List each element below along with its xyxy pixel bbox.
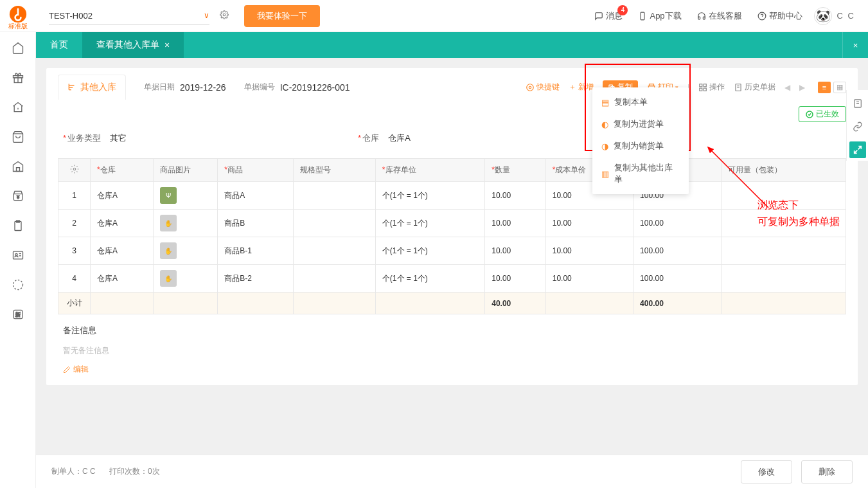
col-available: 可用量（包装） [721, 159, 846, 182]
col-warehouse: *仓库 [91, 159, 154, 182]
svg-point-15 [15, 254, 17, 256]
rail-note-icon[interactable] [849, 95, 866, 112]
nav-clipboard-icon[interactable] [11, 219, 25, 233]
close-all-tabs-icon[interactable]: × [842, 32, 868, 58]
prev-icon[interactable]: ◀ [784, 83, 790, 92]
edit-remarks-link[interactable]: 编辑 [63, 364, 841, 375]
svg-point-1 [223, 14, 226, 16]
table-row[interactable]: 2仓库A✋商品B个(1个 = 1个)10.0010.00100.00 [58, 210, 846, 237]
copy-this-doc[interactable]: ▤复制本单 [592, 91, 689, 113]
table-row[interactable]: 4仓库A✋商品B-2个(1个 = 1个)10.0010.00100.00 [58, 265, 846, 293]
col-unit: *库存单位 [375, 159, 484, 182]
svg-point-40 [73, 168, 76, 170]
modify-button[interactable]: 修改 [741, 460, 792, 483]
top-header: 标准版 TEST-H002 ∨ 我要体验一下 消息 4 App下载 在线客服 帮… [0, 0, 868, 32]
logo-label: 标准版 [8, 23, 28, 30]
sales-icon: ◑ [601, 141, 608, 151]
tab-home[interactable]: 首页 [36, 32, 82, 58]
delete-button[interactable]: 删除 [801, 460, 853, 483]
nav-refresh-icon[interactable] [11, 278, 25, 292]
field-biz-type: *业务类型 其它 [63, 132, 127, 144]
copy-as-purchase[interactable]: ◐复制为进货单 [592, 113, 689, 135]
product-thumb: ✋ [160, 270, 177, 287]
tabs-bar: 首页 查看其他入库单 × × [36, 32, 868, 58]
col-product: *商品 [218, 159, 294, 182]
table-row[interactable]: 1仓库AΨ商品A个(1个 = 1个)10.0010.00100.00 [58, 182, 846, 210]
tenant-selector[interactable]: TEST-H002 ∨ [49, 7, 209, 25]
inbound-icon [67, 82, 76, 93]
date-label: 单据日期 [144, 82, 175, 93]
remarks-empty: 暂无备注信息 [63, 345, 841, 356]
logo-icon [9, 5, 27, 23]
svg-rect-34 [700, 88, 702, 91]
svg-rect-33 [704, 84, 706, 86]
col-image: 商品图片 [154, 159, 218, 182]
svg-point-18 [13, 280, 22, 290]
svg-point-25 [529, 86, 531, 89]
operate-button[interactable]: 操作 [698, 82, 725, 93]
nav-id-icon[interactable] [11, 248, 25, 262]
add-button[interactable]: ＋新增 [569, 82, 594, 93]
copy-as-other-out[interactable]: ▥复制为其他出库单 [592, 157, 689, 190]
close-tab-icon[interactable]: × [164, 40, 170, 50]
date-value: 2019-12-26 [180, 82, 226, 93]
settings-icon[interactable] [220, 10, 229, 21]
subtotal-row: 小计40.00400.00 [58, 293, 846, 314]
creator-label: 制单人： [51, 467, 82, 476]
svg-rect-32 [700, 84, 702, 86]
side-nav: ¥ 新 [0, 32, 36, 488]
history-button[interactable]: 历史单据 [734, 82, 775, 93]
purchase-icon: ◐ [601, 120, 608, 129]
table-row[interactable]: 3仓库A✋商品B-1个(1个 = 1个)10.0010.00100.00 [58, 237, 846, 265]
items-table: *仓库 商品图片 *商品 规格型号 *库存单位 *数量 *成本单价 *成本金额 … [58, 158, 846, 314]
nav-house-icon[interactable] [11, 100, 25, 114]
message-icon [594, 12, 603, 21]
rail-link-icon[interactable] [849, 118, 866, 135]
messages-badge: 4 [617, 5, 628, 15]
docno-label: 单据编号 [244, 82, 275, 93]
edit-icon [63, 366, 71, 374]
nav-money-icon[interactable]: ¥ [11, 189, 25, 203]
docno-value: IC-20191226-001 [280, 82, 350, 93]
nav-gift-icon[interactable] [11, 71, 25, 85]
check-icon [806, 111, 813, 118]
grid-view-icon[interactable]: ▦ [833, 82, 846, 93]
help-icon [757, 12, 766, 21]
nav-warehouse-icon[interactable] [11, 159, 25, 174]
copy-as-sales[interactable]: ◑复制为销货单 [592, 135, 689, 157]
list-view-icon[interactable]: ≡ [818, 82, 831, 93]
user-name: C C [837, 11, 855, 21]
headset-icon [697, 12, 706, 21]
nav-new-icon[interactable]: 新 [11, 307, 25, 321]
col-config-icon[interactable] [58, 159, 91, 182]
help-link[interactable]: 帮助中心 [757, 10, 802, 22]
annotation-text: 浏览态下 可复制为多种单据 [757, 197, 840, 230]
outbound-icon: ▥ [601, 169, 609, 179]
app-download-link[interactable]: App下载 [638, 10, 681, 22]
messages-link[interactable]: 消息 4 [594, 10, 623, 22]
product-thumb: ✋ [160, 215, 177, 231]
page-header: 其他入库 单据日期 2019-12-26 单据编号 IC-20191226-00… [46, 68, 858, 100]
copy-icon: ▤ [601, 98, 609, 107]
support-link[interactable]: 在线客服 [697, 10, 742, 22]
svg-text:¥: ¥ [17, 195, 19, 199]
try-button[interactable]: 我要体验一下 [244, 5, 320, 27]
field-warehouse: *仓库 仓库A [358, 132, 411, 144]
copy-dropdown: ▤复制本单 ◐复制为进货单 ◑复制为销货单 ▥复制为其他出库单 [592, 87, 689, 194]
svg-rect-10 [16, 168, 19, 172]
next-icon[interactable]: ▶ [799, 83, 805, 92]
logo[interactable]: 标准版 [0, 3, 36, 30]
print-count-value: 0次 [148, 467, 160, 476]
footer-bar: 制单人：C C 打印次数：0次 修改 删除 [36, 455, 868, 488]
col-spec: 规格型号 [294, 159, 376, 182]
nav-home-icon[interactable] [11, 41, 25, 55]
page-tab-other-inbound[interactable]: 其他入库 [58, 75, 126, 100]
tab-current[interactable]: 查看其他入库单 × [82, 32, 184, 58]
shortcut-link[interactable]: 快捷键 [526, 82, 560, 93]
user-avatar[interactable]: 🐼 [814, 7, 832, 25]
rail-expand-icon[interactable] [849, 141, 866, 158]
nav-bag-icon[interactable] [11, 130, 25, 144]
phone-icon [638, 12, 647, 21]
chevron-down-icon: ∨ [204, 11, 209, 20]
svg-rect-2 [641, 12, 645, 20]
